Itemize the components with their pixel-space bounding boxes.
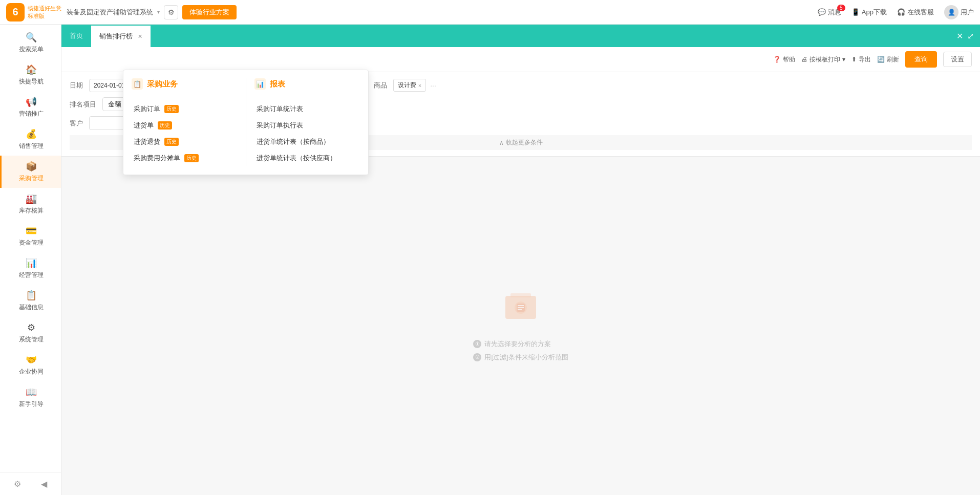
- dropdown-col-purchase-title: 📋 采购业务: [132, 78, 238, 94]
- sidebar-item-purchase[interactable]: 📦 采购管理: [0, 156, 61, 188]
- inventory-icon: 🏭: [26, 193, 37, 204]
- reports-col-icon: 📊: [254, 78, 266, 90]
- product-control: 设计费 × ···: [393, 79, 436, 92]
- operations-icon: 📊: [26, 257, 37, 269]
- dropdown-col-reports-title: 📊 报表: [254, 78, 360, 94]
- logo-text: 畅捷通好生意 标准版: [28, 5, 61, 19]
- purchase-col-icon: 📋: [132, 78, 143, 90]
- dropdown-item-goods-receipt[interactable]: 进货单 历史: [132, 117, 238, 134]
- sidebar-item-guide[interactable]: 📖 新手引导: [0, 381, 61, 414]
- tab-home[interactable]: 首页: [61, 25, 91, 47]
- date-label: 日期: [70, 81, 83, 90]
- finance-icon: 💳: [26, 225, 37, 236]
- refresh-button[interactable]: 🔄 刷新: [877, 55, 899, 64]
- dropdown-col-purchase: 📋 采购业务 采购订单 历史 进货单 历史 进货退货 历史: [132, 78, 238, 166]
- logo-icon: 6: [6, 3, 25, 21]
- main-layout: 🔍 搜索菜单 🏠 快捷导航 📢 营销推广 💰 销售管理 📦 采购管理 🏭 库存核…: [0, 25, 980, 495]
- settings-gear-button[interactable]: ⚙: [164, 5, 178, 19]
- dropdown-col-reports: 📊 报表 采购订单统计表 采购订单执行表 进货单统计表（按商品） 进货单统计表（…: [254, 78, 360, 166]
- sidebar-item-finance[interactable]: 💳 资金管理: [0, 220, 61, 252]
- system-name: 装备及固定资产辅助管理系统: [67, 8, 153, 17]
- logo-area: 6 畅捷通好生意 标准版: [6, 3, 62, 21]
- sidebar-item-system[interactable]: ⚙ 系统管理: [0, 317, 61, 349]
- product-dots[interactable]: ···: [430, 81, 436, 90]
- dropdown-item-purchase-order-stat[interactable]: 采购订单统计表: [254, 101, 360, 117]
- dropdown-item-purchase-order[interactable]: 采购订单 历史: [132, 101, 238, 117]
- tab-close-icon[interactable]: ✕: [138, 33, 142, 40]
- product-label: 商品: [374, 81, 387, 90]
- tab-bar-expand-button[interactable]: ⤢: [967, 31, 974, 41]
- search-icon: 🔍: [26, 32, 37, 43]
- action-bar: ❓ 帮助 🖨 按模板打印 ▾ ⬆ 导出 🔄 刷新: [61, 47, 980, 72]
- empty-state: ① 请先选择要分析的方案 ② 用[过滤]条件来缩小分析范围: [61, 157, 980, 495]
- topbar-title-area: 装备及固定资产辅助管理系统 ▾ ⚙ 体验行业方案: [67, 5, 818, 19]
- headset-icon: 🎧: [897, 8, 905, 16]
- customer-label: 客户: [70, 119, 83, 128]
- empty-tips: ① 请先选择要分析的方案 ② 用[过滤]条件来缩小分析范围: [473, 337, 568, 364]
- coop-icon: 🤝: [26, 354, 37, 365]
- export-button[interactable]: ⬆ 导出: [851, 55, 871, 64]
- notification-badge: 5: [837, 5, 845, 11]
- product-tag: 设计费 ×: [393, 79, 426, 92]
- sidebar-item-base-info[interactable]: 📋 基础信息: [0, 285, 61, 317]
- sidebar-item-operations[interactable]: 📊 经营管理: [0, 252, 61, 285]
- history-badge-2[interactable]: 历史: [164, 138, 179, 146]
- dropdown-item-goods-stat-by-supplier[interactable]: 进货单统计表（按供应商）: [254, 150, 360, 166]
- system-icon: ⚙: [27, 322, 35, 333]
- tab-bar-close-button[interactable]: ✕: [956, 31, 963, 41]
- notification-icon: 💬: [818, 8, 826, 16]
- purchase-dropdown-menu: 📋 采购业务 采购订单 历史 进货单 历史 进货退货 历史: [123, 70, 369, 175]
- dropdown-divider: [246, 78, 246, 166]
- tip1-num: ①: [473, 340, 481, 348]
- help-icon: ❓: [773, 56, 781, 63]
- topbar-right: 💬 消息 5 📱 App下载 🎧 在线客服 👤 用户: [818, 5, 974, 19]
- sidebar-settings-button[interactable]: ⚙: [14, 479, 21, 489]
- guide-icon: 📖: [26, 386, 37, 398]
- tab-sales-rank[interactable]: 销售排行榜 ✕: [91, 25, 151, 47]
- history-badge-1[interactable]: 历史: [158, 121, 172, 130]
- sidebar-collapse-button[interactable]: ◀: [41, 479, 47, 489]
- content-area: 首页 销售排行榜 ✕ ✕ ⤢ ❓ 帮助 🖨: [61, 25, 980, 495]
- rank-item-label: 排名项目: [70, 100, 96, 109]
- print-icon: 🖨: [801, 56, 807, 63]
- base-info-icon: 📋: [26, 290, 37, 301]
- sidebar-item-sales[interactable]: 💰 销售管理: [0, 123, 61, 156]
- query-button[interactable]: 查询: [905, 51, 937, 68]
- sidebar-item-search[interactable]: 🔍 搜索菜单: [0, 27, 61, 59]
- notification-button[interactable]: 💬 消息 5: [818, 8, 841, 17]
- sidebar-item-quick-nav[interactable]: 🏠 快捷导航: [0, 59, 61, 91]
- avatar: 👤: [944, 5, 958, 19]
- purchase-icon: 📦: [26, 161, 37, 172]
- sidebar-item-inventory[interactable]: 🏭 库存核算: [0, 188, 61, 220]
- chevron-up-icon: ∧: [499, 139, 504, 146]
- refresh-icon: 🔄: [877, 56, 885, 63]
- sidebar-item-marketing[interactable]: 📢 营销推广: [0, 91, 61, 123]
- history-badge-0[interactable]: 历史: [164, 105, 179, 113]
- app-download-button[interactable]: 📱 App下载: [851, 8, 887, 17]
- system-dropdown-arrow[interactable]: ▾: [157, 9, 160, 15]
- sidebar-bottom: ⚙ ◀: [0, 472, 61, 495]
- svg-rect-1: [510, 293, 531, 297]
- industry-solution-button[interactable]: 体验行业方案: [182, 5, 237, 19]
- dropdown-item-purchase-expense[interactable]: 采购费用分摊单 历史: [132, 150, 238, 166]
- online-service-button[interactable]: 🎧 在线客服: [897, 8, 934, 17]
- topbar: 6 畅捷通好生意 标准版 装备及固定资产辅助管理系统 ▾ ⚙ 体验行业方案 💬 …: [0, 0, 980, 25]
- tab-bar: 首页 销售排行榜 ✕ ✕ ⤢: [61, 25, 980, 47]
- tab-bar-right: ✕ ⤢: [956, 31, 980, 41]
- dropdown-item-goods-stat-by-product[interactable]: 进货单统计表（按商品）: [254, 134, 360, 150]
- user-button[interactable]: 👤 用户: [944, 5, 974, 19]
- set-button[interactable]: 设置: [943, 52, 972, 67]
- marketing-icon: 📢: [26, 96, 37, 107]
- phone-icon: 📱: [851, 8, 860, 16]
- sales-icon: 💰: [26, 128, 37, 140]
- home-icon: 🏠: [26, 64, 37, 75]
- sidebar-item-coop[interactable]: 🤝 企业协同: [0, 349, 61, 381]
- history-badge-3[interactable]: 历史: [184, 154, 199, 162]
- dropdown-item-goods-return[interactable]: 进货退货 历史: [132, 134, 238, 150]
- dropdown-item-purchase-order-exec[interactable]: 采购订单执行表: [254, 117, 360, 134]
- help-button[interactable]: ❓ 帮助: [773, 55, 795, 64]
- page-content: ❓ 帮助 🖨 按模板打印 ▾ ⬆ 导出 🔄 刷新: [61, 47, 980, 495]
- print-button[interactable]: 🖨 按模板打印 ▾: [801, 55, 845, 64]
- tip2-num: ②: [473, 353, 481, 361]
- product-tag-close[interactable]: ×: [418, 82, 421, 89]
